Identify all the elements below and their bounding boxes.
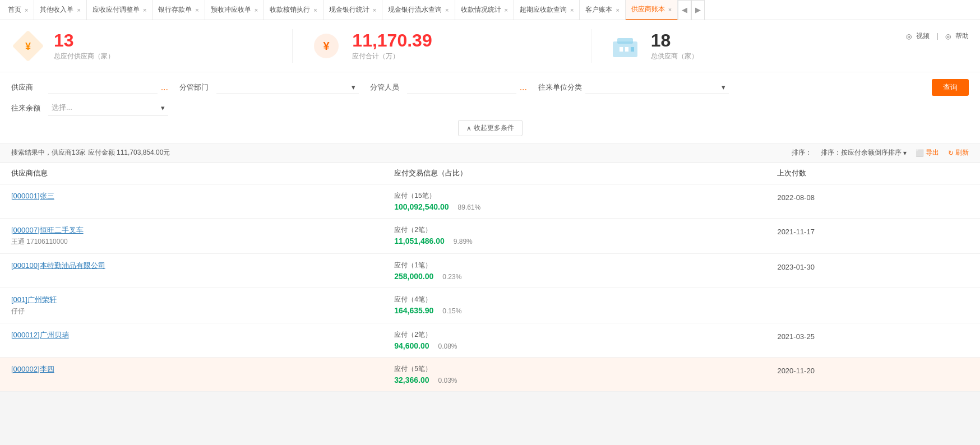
- sort-select[interactable]: 排序：按应付余额倒序排序 ▾: [821, 148, 907, 157]
- transaction-cell-6: 应付（5笔） 32,366.00 0.03%: [394, 364, 777, 384]
- transaction-cell-5: 应付（2笔） 94,600.00 0.08%: [394, 330, 777, 350]
- svg-rect-8: [631, 47, 634, 52]
- filter-dept: 分管部门 ▾: [179, 81, 359, 94]
- supplier-info-cell-5: [000012]广州贝瑞: [11, 330, 394, 340]
- nav-next-arrow[interactable]: ▶: [691, 0, 705, 20]
- supplier-info-cell-2: [000007]恒旺二手叉车 王通 17106110000: [11, 225, 394, 247]
- trans-amount-6: 32,366.00: [394, 376, 429, 384]
- nav-tab-cash-bank-flow[interactable]: 现金银行流水查询 ×: [382, 0, 455, 20]
- total-suppliers-text: 18 总供应商（家）: [651, 31, 698, 61]
- close-icon[interactable]: ×: [668, 6, 672, 13]
- nav-tab-other-income[interactable]: 其他收入单 ×: [34, 0, 86, 20]
- collapse-label: 收起更多条件: [474, 123, 514, 133]
- bank-deposit-label: 银行存款单: [158, 5, 192, 15]
- last-payment-date-5: 2021-03-25: [777, 330, 969, 341]
- supplier-link-2[interactable]: [000007]恒旺二手叉车: [11, 225, 394, 235]
- trans-pct-5: 0.08%: [438, 342, 457, 350]
- collapse-up-icon: ∧: [466, 124, 471, 132]
- table-row: [000007]恒旺二手叉车 王通 17106110000 应付（2笔） 11,…: [0, 219, 980, 254]
- refresh-btn[interactable]: ↻ 刷新: [948, 148, 969, 157]
- payable-amount-value: 11,170.39: [352, 31, 432, 49]
- supplier-sub-2: 王通 17106110000: [11, 237, 394, 247]
- svg-rect-6: [620, 47, 623, 52]
- close-icon[interactable]: ×: [616, 7, 619, 13]
- supplier-dots-btn[interactable]: ...: [161, 82, 168, 92]
- filter-row-1: 供应商 ... 分管部门 ▾ 分管人员 ... 往来单位分类 ▾ 查询: [11, 79, 969, 96]
- supplier-link-5[interactable]: [000012]广州贝瑞: [11, 330, 394, 340]
- supplier-filter-input[interactable]: [48, 81, 158, 94]
- last-payment-cell-4: [777, 295, 969, 297]
- person-dots-btn[interactable]: ...: [520, 82, 527, 92]
- results-actions: 排序： 排序：按应付余额倒序排序 ▾ ⬜ 导出 ↻ 刷新: [792, 148, 969, 157]
- close-icon[interactable]: ×: [25, 7, 28, 13]
- close-icon[interactable]: ×: [255, 7, 258, 13]
- nav-tab-bank-deposit[interactable]: 银行存款单 ×: [152, 0, 205, 20]
- supplier-link-4[interactable]: [001]广州荣轩: [11, 295, 394, 305]
- nav-tab-overdue-query[interactable]: 超期应收款查询 ×: [514, 0, 580, 20]
- total-suppliers-label: 总供应商（家）: [651, 52, 698, 61]
- collapse-btn[interactable]: ∧ 收起更多条件: [458, 120, 523, 136]
- other-income-label: 其他收入单: [40, 5, 73, 15]
- close-icon[interactable]: ×: [373, 7, 376, 13]
- filter-person: 分管人员 ...: [370, 81, 527, 94]
- receipt-check-label: 收款核销执行: [270, 5, 310, 15]
- transaction-cell-3: 应付（1笔） 258,000.00 0.23%: [394, 261, 777, 281]
- payable-amount-label: 应付合计（万）: [352, 52, 432, 61]
- circle-icon: ◎: [906, 33, 912, 40]
- unit-category-filter-label: 往来单位分类: [538, 82, 582, 92]
- close-icon[interactable]: ×: [445, 7, 449, 13]
- supplier-link-1[interactable]: [000001]张三: [11, 191, 394, 201]
- trans-row-5: 94,600.00 0.08%: [394, 341, 777, 350]
- nav-tab-cash-bank-stats[interactable]: 现金银行统计 ×: [323, 0, 382, 20]
- export-btn[interactable]: ⬜ 导出: [916, 148, 939, 157]
- trans-row-4: 164,635.90 0.15%: [394, 306, 777, 315]
- close-icon[interactable]: ×: [143, 7, 146, 13]
- trans-row-2: 11,051,486.00 9.89%: [394, 237, 777, 245]
- table-row: [000002]李四 应付（5笔） 32,366.00 0.03% 2020-1…: [0, 358, 980, 392]
- nav-tab-receipt-check[interactable]: 收款核销执行 ×: [264, 0, 323, 20]
- transaction-cell-2: 应付（2笔） 11,051,486.00 9.89%: [394, 225, 777, 245]
- video-link[interactable]: 视频: [916, 31, 930, 41]
- nav-tab-receipt-stats[interactable]: 收款情况统计 ×: [455, 0, 514, 20]
- svg-rect-7: [625, 47, 628, 52]
- total-suppliers-count: 18: [651, 31, 698, 49]
- close-icon[interactable]: ×: [77, 7, 80, 13]
- filter-bar: 供应商 ... 分管部门 ▾ 分管人员 ... 往来单位分类 ▾ 查询: [0, 72, 980, 143]
- nav-prev-arrow[interactable]: ◀: [678, 0, 691, 20]
- close-icon[interactable]: ×: [570, 7, 574, 13]
- close-icon[interactable]: ×: [505, 7, 508, 13]
- last-payment-cell-2: 2021-11-17: [777, 225, 969, 236]
- close-icon[interactable]: ×: [195, 7, 198, 13]
- transaction-cell-1: 应付（15笔） 100,092,540.00 89.61%: [394, 191, 777, 211]
- close-icon[interactable]: ×: [313, 7, 317, 13]
- nav-tab-supplier-account[interactable]: 供应商账本 ×: [626, 0, 678, 20]
- trans-amount-1: 100,092,540.00: [394, 202, 449, 211]
- summary-payable-amount: ¥ 11,170.39 应付合计（万）: [309, 29, 591, 63]
- trans-pct-1: 89.61%: [458, 203, 481, 211]
- filter-unit-category: 往来单位分类 ▾: [538, 81, 729, 94]
- payable-suppliers-count: 13: [54, 31, 114, 49]
- nav-tab-prepay[interactable]: 预收冲应收单 ×: [205, 0, 264, 20]
- table-row: [000001]张三 应付（15笔） 100,092,540.00 89.61%…: [0, 184, 980, 219]
- supplier-link-3[interactable]: [000100]本特勤油品有限公司: [11, 261, 394, 271]
- payable-amount-text: 11,170.39 应付合计（万）: [352, 31, 432, 61]
- top-right-links: ◎ 视频 ｜ ◎ 帮助: [906, 29, 969, 41]
- cash-bank-stats-label: 现金银行统计: [329, 5, 369, 15]
- trans-amount-3: 258,000.00: [394, 272, 433, 281]
- search-button[interactable]: 查询: [932, 79, 969, 96]
- nav-tab-customer-account[interactable]: 客户账本 ×: [580, 0, 625, 20]
- help-link[interactable]: 帮助: [955, 31, 969, 41]
- top-navigation: 首页 × 其他收入单 × 应收应付调整单 × 银行存款单 × 预收冲应收单 × …: [0, 0, 980, 20]
- balance-filter-select[interactable]: 选择... ▾: [48, 100, 168, 115]
- filter-balance: 往来余额 选择... ▾: [11, 100, 168, 115]
- nav-tab-ar-adjust[interactable]: 应收应付调整单 ×: [87, 0, 152, 20]
- export-label: 导出: [926, 148, 939, 157]
- supplier-link-6[interactable]: [000002]李四: [11, 364, 394, 374]
- dept-filter-select[interactable]: ▾: [216, 81, 359, 94]
- person-filter-input[interactable]: [407, 81, 516, 94]
- nav-tab-home[interactable]: 首页 ×: [2, 0, 34, 20]
- svg-text:¥: ¥: [25, 41, 31, 52]
- unit-category-filter-select[interactable]: ▾: [585, 81, 729, 94]
- table-row: [000012]广州贝瑞 应付（2笔） 94,600.00 0.08% 2021…: [0, 323, 980, 358]
- supplier-filter-label: 供应商: [11, 82, 45, 92]
